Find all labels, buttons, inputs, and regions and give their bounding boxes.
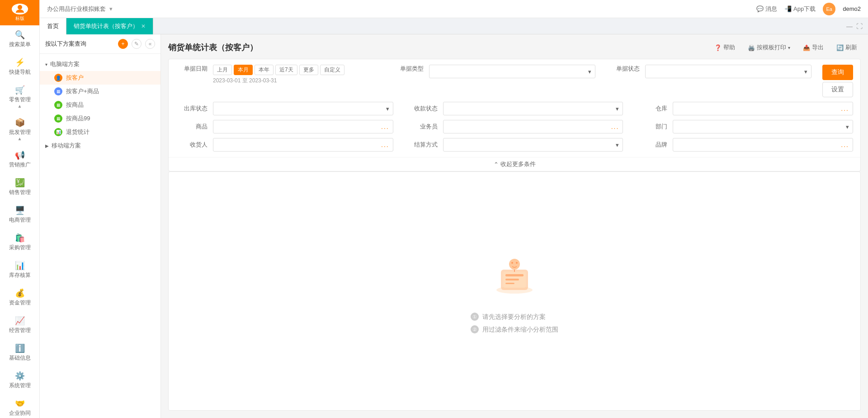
refresh-btn[interactable]: 🔄 刷新	[833, 42, 861, 53]
sidebar-item-purchase[interactable]: 🛍️ 采购管理	[0, 228, 39, 256]
app-download-label: App下载	[793, 5, 816, 13]
product-select[interactable]: ...	[213, 120, 393, 133]
date-range-text: 2023-03-01 至 2023-03-31	[213, 77, 277, 85]
tab-maximize-icon[interactable]: ⛶	[856, 23, 863, 30]
quick-nav-icon: ⚡	[2, 57, 38, 67]
by-product-icon: ▦	[54, 101, 62, 109]
tab-home[interactable]: 首页	[40, 18, 66, 34]
add-scheme-btn[interactable]: +	[118, 39, 128, 49]
user-avatar[interactable]: Ea	[823, 3, 835, 15]
tree-item-by-customer-product[interactable]: ▦ 按客户+商品	[40, 85, 160, 98]
filter-row-2: 出库状态 ▾ 收款状态 ▾	[176, 102, 853, 115]
brand-dots[interactable]: ...	[841, 141, 849, 148]
this-year-btn[interactable]: 本年	[255, 65, 274, 75]
search-icon: 🔍	[2, 30, 38, 40]
salesperson-dots[interactable]: ...	[611, 123, 619, 130]
custom-btn[interactable]: 自定义	[320, 65, 344, 75]
sidebar-item-inventory[interactable]: 📊 库存核算	[0, 256, 39, 284]
this-month-btn[interactable]: 本月	[234, 65, 253, 75]
collapse-filters-btn[interactable]: ⌃ 收起更多条件	[169, 160, 860, 168]
tab-close-btn[interactable]: ✕	[141, 23, 146, 29]
sidebar-item-marketing[interactable]: 📢 营销推广	[0, 146, 39, 173]
dept-select[interactable]: ▾	[673, 120, 853, 133]
warehouse-dots[interactable]: ...	[841, 105, 849, 112]
app-download-btn[interactable]: 📲 App下载	[784, 5, 816, 13]
left-panel-title: 按以下方案查询	[45, 40, 86, 48]
salesperson-select[interactable]: ...	[443, 120, 623, 133]
edit-scheme-btn[interactable]: ✎	[132, 39, 142, 49]
empty-illustration	[487, 247, 542, 301]
retail-icon: 🛒	[15, 85, 25, 95]
header-dropdown-icon[interactable]: ▾	[109, 5, 113, 12]
sidebar-item-label: 电商管理	[2, 216, 38, 224]
tree-item-by-product[interactable]: ▦ 按商品	[40, 98, 160, 112]
product-dots[interactable]: ...	[381, 123, 389, 130]
dept-control: ▾	[673, 120, 853, 133]
sidebar-item-label: 企业协同	[2, 409, 38, 417]
settings-btn[interactable]: 设置	[822, 82, 853, 97]
tree-item-return-stat[interactable]: 📊 退货统计	[40, 125, 160, 139]
doc-type-select[interactable]: ▾	[429, 65, 595, 78]
sidebar-item-system[interactable]: ⚙️ 系统管理	[0, 366, 39, 394]
doc-status-select[interactable]: ▾	[645, 65, 811, 78]
last-month-btn[interactable]: 上月	[213, 65, 232, 75]
content-area: 按以下方案查询 + ✎ « ▾ 电脑端方案 👤 按客户	[40, 34, 868, 418]
sidebar-nav: 🔍 搜索菜单 ⚡ 快捷导航 🛒 零售管理 ▲ 📦 批发管理 ▲ 📢 营销推广 💹…	[0, 25, 39, 418]
brand-select[interactable]: ...	[673, 138, 853, 152]
sidebar-item-enterprise-collab[interactable]: 🤝 企业协同	[0, 394, 39, 418]
tab-expand-btn[interactable]: — ⛶	[841, 23, 868, 30]
user-name[interactable]: demo2	[843, 5, 861, 12]
header-left: 办公用品行业模拟账套 ▾	[47, 5, 113, 13]
help-btn[interactable]: ❓ 帮助	[711, 42, 739, 53]
svg-point-9	[516, 262, 518, 264]
filter-row-3: 商品 ... 业务员 ...	[176, 120, 853, 133]
left-panel-actions: + ✎ «	[118, 39, 155, 49]
collapse-panel-btn[interactable]: «	[145, 39, 155, 49]
warehouse-label: 仓库	[636, 104, 667, 113]
tree-item-by-product-99[interactable]: ▦ 按商品99	[40, 112, 160, 125]
payment-status-select[interactable]: ▾	[443, 102, 623, 115]
sidebar-item-search-menu[interactable]: 🔍 搜索菜单	[0, 25, 39, 53]
sidebar-item-wholesale[interactable]: 📦 批发管理 ▲	[0, 113, 39, 146]
message-btn[interactable]: 💬 消息	[756, 5, 777, 13]
mobile-arrow: ▶	[45, 143, 49, 148]
sidebar-item-retail[interactable]: 🛒 零售管理 ▲	[0, 81, 39, 113]
sidebar: 标版 🔍 搜索菜单 ⚡ 快捷导航 🛒 零售管理 ▲ 📦 批发管理 ▲ 📢 营销推…	[0, 0, 40, 418]
system-icon: ⚙️	[2, 371, 38, 381]
tree-item-label: 退货统计	[66, 128, 90, 136]
print-btn[interactable]: 🖨️ 按模板打印 ▾	[744, 42, 794, 53]
out-status-label: 出库状态	[176, 104, 208, 113]
svg-rect-5	[505, 279, 519, 280]
tab-minimize-icon[interactable]: —	[846, 23, 853, 30]
tree-item-label: 按客户	[66, 74, 84, 82]
filter-row-1: 单据日期 上月 本月 本年 近7天 更多 自定义 2023-03-01 至 20…	[176, 65, 853, 97]
mobile-group-header[interactable]: ▶ 移动端方案	[40, 139, 160, 152]
sidebar-item-operations[interactable]: 📈 经营管理	[0, 311, 39, 339]
recipient-dots[interactable]: ...	[381, 141, 389, 148]
last-7-days-btn[interactable]: 近7天	[275, 65, 297, 75]
tree-item-by-customer[interactable]: 👤 按客户	[40, 71, 160, 85]
desktop-group: ▾ 电脑端方案 👤 按客户 ▦ 按客户+商品 ▦ 按商品	[40, 57, 160, 139]
more-btn[interactable]: 更多	[299, 65, 318, 75]
sidebar-item-ecommerce[interactable]: 🖥️ 电商管理	[0, 201, 39, 228]
payment-status-label: 收款状态	[406, 104, 438, 113]
sidebar-item-basic-info[interactable]: ℹ️ 基础信息	[0, 339, 39, 366]
query-btn[interactable]: 查询	[822, 65, 853, 80]
warehouse-select[interactable]: ...	[673, 102, 853, 115]
sidebar-item-quick-nav[interactable]: ⚡ 快捷导航	[0, 53, 39, 81]
settlement-select[interactable]: ▾	[443, 138, 623, 152]
user-avatar-text: Ea	[826, 6, 832, 12]
export-btn[interactable]: 📤 导出	[799, 42, 827, 53]
out-status-select[interactable]: ▾	[213, 102, 393, 115]
sidebar-item-finance[interactable]: 💰 资金管理	[0, 284, 39, 311]
doc-status-label: 单据状态	[608, 65, 640, 73]
recipient-select[interactable]: ...	[213, 138, 393, 152]
retail-arrow: ▲	[18, 104, 22, 109]
product-label: 商品	[176, 123, 208, 131]
date-control: 上月 本月 本年 近7天 更多 自定义 2023-03-01 至 2023-03…	[213, 65, 379, 85]
sidebar-item-sales[interactable]: 💹 销售管理	[0, 173, 39, 201]
desktop-group-header[interactable]: ▾ 电脑端方案	[40, 57, 160, 71]
product-control: ...	[213, 120, 393, 133]
wholesale-arrow: ▲	[18, 136, 22, 141]
tab-sales-stat[interactable]: 销货单统计表（按客户） ✕	[66, 18, 153, 34]
